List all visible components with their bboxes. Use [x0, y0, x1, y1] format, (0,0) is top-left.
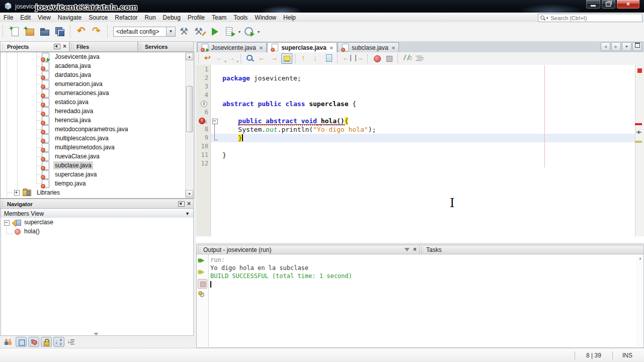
forward-button[interactable]	[227, 53, 238, 64]
non-public-filter-button[interactable]	[41, 337, 52, 347]
dock-window-icon[interactable]	[178, 201, 185, 207]
config-combobox[interactable]: <default config> ▼	[113, 27, 176, 37]
menu-item-window[interactable]: Window	[251, 13, 280, 22]
fold-collapse-icon[interactable]	[212, 119, 218, 124]
clean-build-button[interactable]	[193, 25, 207, 39]
menu-item-refactor[interactable]: Refactor	[111, 13, 141, 22]
close-panel-icon[interactable]: ×	[413, 247, 417, 252]
navigator-class-node[interactable]: superclase	[1, 218, 193, 227]
dropdown-arrow-icon[interactable]: ▾	[238, 30, 240, 34]
search-input[interactable]	[550, 15, 642, 22]
menu-item-tools[interactable]: Tools	[230, 13, 251, 22]
rerun-alt-button[interactable]	[198, 267, 207, 277]
inherited-filter-button[interactable]	[3, 337, 14, 347]
maximize-editor-button[interactable]	[632, 42, 642, 51]
code-line-12[interactable]: 12	[196, 159, 644, 168]
tree-node-multiplesmetodos-java[interactable]: multiplesmetodos.java	[1, 143, 194, 152]
splitter-handle-icon[interactable]	[94, 333, 99, 335]
build-button[interactable]	[178, 25, 192, 39]
error-stripe-error-mark[interactable]	[637, 68, 642, 73]
files-header[interactable]: Files	[69, 41, 138, 52]
toggle-highlight-button[interactable]	[281, 53, 292, 64]
comment-button[interactable]	[402, 53, 413, 64]
navigator-method-node[interactable]: hola()	[1, 227, 193, 236]
back-button[interactable]	[215, 53, 226, 64]
tree-node-heredado-java[interactable]: heredado.java	[1, 107, 194, 116]
tab-close-icon[interactable]: ×	[330, 45, 333, 50]
tree-node-tiempo-java[interactable]: tiempo.java	[1, 179, 194, 188]
error-stripe[interactable]	[635, 65, 644, 236]
find-button[interactable]	[245, 53, 256, 64]
restore-button[interactable]	[601, 0, 616, 9]
combo-dropdown-icon[interactable]: ▼	[166, 27, 175, 36]
menu-item-source[interactable]: Source	[85, 13, 111, 22]
dropdown-arrow-icon[interactable]: ▾	[258, 30, 260, 34]
tree-node-metodoconparametros-java[interactable]: metodoconparametros.java	[1, 125, 194, 134]
tree-node-superclase-java[interactable]: superclase.java	[1, 170, 194, 179]
menu-item-edit[interactable]: Edit	[17, 13, 34, 22]
tree-node-enumeracion-java[interactable]: enumeracion.java	[1, 79, 194, 88]
tasks-caption[interactable]: Tasks	[420, 245, 644, 254]
scroll-up-button[interactable]: ▲	[186, 53, 193, 60]
minimize-button[interactable]	[586, 0, 601, 9]
toggle-bookmark-button[interactable]	[324, 53, 335, 64]
code-line-11[interactable]: 11}	[196, 151, 644, 159]
tab-list-dropdown-button[interactable]: ▼	[622, 42, 631, 51]
tree-node-estatico-java[interactable]: estatico.java	[1, 98, 194, 107]
rerun-button[interactable]	[198, 256, 207, 265]
code-line-5[interactable]: Iabstract public class superclase {	[196, 100, 644, 108]
menu-item-debug[interactable]: Debug	[159, 13, 184, 22]
debug-button[interactable]	[223, 25, 237, 39]
close-panel-icon[interactable]: ×	[187, 202, 191, 206]
next-bookmark-button[interactable]	[311, 53, 323, 64]
implements-badge-icon[interactable]: I	[201, 101, 207, 107]
new-project-button[interactable]	[23, 25, 37, 39]
code-editor[interactable]: 12package josevicente;34Iabstract public…	[196, 65, 644, 236]
services-header[interactable]: Services	[138, 41, 194, 52]
code-line-1[interactable]: 1	[196, 65, 644, 74]
tree-node-nuevaclase-java[interactable]: nuevaClase.java	[1, 152, 194, 161]
editor-tab-subclase-java[interactable]: subclase.java×	[338, 42, 399, 52]
menu-item-navigate[interactable]: Navigate	[54, 13, 85, 22]
format-button[interactable]	[414, 53, 425, 64]
close-button[interactable]: ×	[616, 0, 640, 9]
output-scrollbar[interactable]: ▲	[636, 255, 643, 346]
output-body[interactable]: run:Yo digo hola en la subclaseBUILD SUC…	[196, 254, 644, 348]
static-filter-button[interactable]	[28, 337, 39, 347]
projects-header[interactable]: Projects ×	[0, 41, 69, 52]
expand-icon[interactable]	[14, 190, 20, 196]
profile-button[interactable]	[242, 25, 256, 39]
collapse-icon[interactable]	[4, 220, 10, 226]
tree-node-josevicente-java[interactable]: Josevicente.java	[1, 52, 194, 61]
menu-item-run[interactable]: Run	[141, 13, 159, 22]
editor-tab-superclase-java[interactable]: superclase.java×	[267, 42, 337, 52]
navigator-view-select[interactable]: Members View ▼	[1, 208, 194, 219]
new-file-button[interactable]	[8, 25, 22, 39]
toolbar-grip[interactable]	[107, 26, 109, 38]
projects-scrollbar[interactable]: ▲ ▼	[185, 53, 193, 198]
tree-node-libraries[interactable]: Libraries	[1, 188, 194, 197]
code-line-8[interactable]: 8 System.out.println("Yo digo hola");	[196, 125, 644, 134]
save-all-button[interactable]	[53, 25, 67, 39]
shift-right-button[interactable]	[354, 53, 365, 64]
output-filter-icon[interactable]	[405, 248, 410, 251]
fields-filter-button[interactable]	[16, 337, 27, 347]
code-line-3[interactable]: 3	[196, 82, 644, 91]
tab-close-icon[interactable]: ×	[260, 45, 263, 50]
redo-button[interactable]	[90, 25, 104, 39]
dock-window-icon[interactable]	[54, 44, 60, 49]
undo-button[interactable]	[75, 25, 89, 39]
record-macro-button[interactable]	[372, 53, 383, 64]
code-line-2[interactable]: 2package josevicente;	[196, 74, 644, 82]
scroll-tabs-left-button[interactable]: ◀	[601, 42, 610, 51]
stop-build-button[interactable]	[198, 279, 207, 289]
code-line-6[interactable]: 6	[196, 108, 644, 117]
tree-node-enumeraciones-java[interactable]: enumeraciones.java	[1, 88, 194, 98]
scroll-thumb[interactable]	[186, 86, 193, 132]
code-line-4[interactable]: 4	[196, 91, 644, 100]
scroll-up-icon[interactable]: ▲	[638, 256, 642, 260]
prev-occurrence-button[interactable]	[257, 53, 268, 64]
scroll-tabs-right-button[interactable]: ▶	[611, 42, 621, 51]
next-occurrence-button[interactable]	[269, 53, 280, 64]
error-stripe-highlight-mark[interactable]	[635, 141, 642, 143]
